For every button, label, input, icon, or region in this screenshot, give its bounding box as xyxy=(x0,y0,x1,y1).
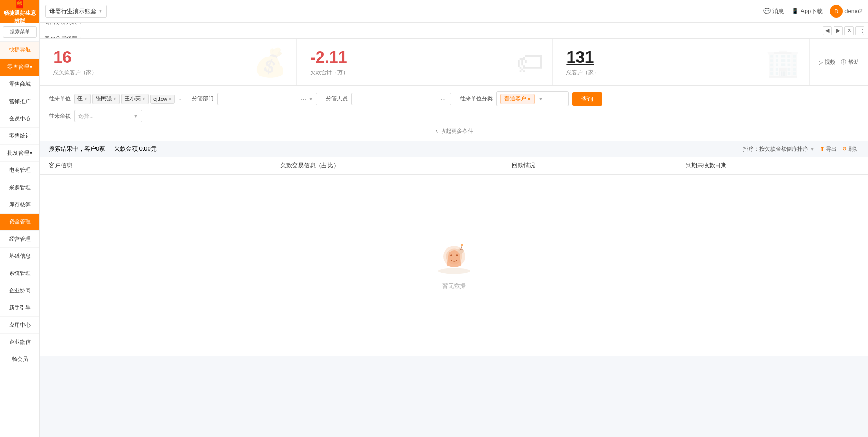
balance-select[interactable]: 选择... ▼ xyxy=(74,110,142,122)
tab-close-all-btn[interactable]: ✕ xyxy=(844,26,854,35)
help-icon: ⓘ xyxy=(841,58,846,66)
user-profile[interactable]: D demo2 xyxy=(830,5,863,18)
content-area: 16 总欠款客户（家） 💰 -2.11 欠款合计（万） 🏷 131 总客户（家）… xyxy=(40,39,868,437)
sidebar-item-quick-nav[interactable]: 快捷导航 xyxy=(0,42,39,59)
export-label: 导出 xyxy=(826,145,837,153)
filter-tag-close[interactable]: × xyxy=(113,96,116,102)
filter-tag: 陈民强 × xyxy=(92,94,120,104)
sidebar-item-system-mgmt[interactable]: 系统管理 xyxy=(0,265,39,282)
logo-icon: 🧧 xyxy=(14,0,25,9)
filter-more-btn[interactable]: ··· xyxy=(178,96,183,102)
main-area: 母婴行业演示账套 ▼ 💬 消息 📱 App下载 D demo2 首页客户账本×采… xyxy=(40,0,868,437)
sidebar-item-basic-info[interactable]: 基础信息 xyxy=(0,248,39,265)
search-menu-button[interactable]: 搜索菜单 xyxy=(3,26,37,38)
sort-select[interactable]: 排序：按欠款金额倒序排序 ▼ xyxy=(743,145,815,153)
stat-value-total: 131 xyxy=(566,48,796,67)
unit-type-tag-value: 普通客户 xyxy=(504,95,526,103)
col-due-date: 到期未收款日期 xyxy=(686,162,859,170)
message-icon: 💬 xyxy=(763,8,771,14)
unit-type-tag-close[interactable]: × xyxy=(528,96,531,102)
sidebar-search-section: 搜索菜单 xyxy=(0,23,39,42)
sidebar-item-app-center[interactable]: 应用中心 xyxy=(0,317,39,334)
topbar-right: 💬 消息 📱 App下载 D demo2 xyxy=(763,5,863,18)
col-customer-info: 客户信息 xyxy=(49,162,280,170)
filter-tag-close[interactable]: × xyxy=(84,96,87,102)
help-btn[interactable]: ⓘ 帮助 xyxy=(841,58,859,66)
collapse-label: 收起更多条件 xyxy=(441,128,473,135)
search-count: 搜索结果中，客户0家 xyxy=(49,145,105,152)
filter-tag-close[interactable]: × xyxy=(142,96,145,102)
results-bar: 搜索结果中，客户0家 欠款金额 0.00元 排序：按欠款金额倒序排序 ▼ ⬆ 导… xyxy=(40,141,868,157)
tab-customer-tier[interactable]: 客户分层经营× xyxy=(40,31,115,39)
avatar-text: D xyxy=(834,9,838,14)
topbar-left: 母婴行业演示账套 ▼ xyxy=(45,5,107,18)
app-title: 畅捷通好生意 xyxy=(4,10,36,17)
sidebar-item-ecommerce-mgmt[interactable]: 电商管理 xyxy=(0,162,39,179)
sidebar-item-retail-stats[interactable]: 零售统计 xyxy=(0,128,39,145)
sidebar-item-finance-mgmt[interactable]: 资金管理 xyxy=(0,214,39,231)
refresh-icon: ↺ xyxy=(842,146,847,152)
sidebar-item-purchase-mgmt[interactable]: 采购管理 xyxy=(0,179,39,196)
download-icon: 📱 xyxy=(791,8,799,14)
query-button[interactable]: 查询 xyxy=(572,92,602,106)
tab-close-product-analysis-list[interactable]: × xyxy=(79,23,83,25)
filter-tag-close[interactable]: × xyxy=(168,96,172,102)
unit-type-select[interactable]: 普通客户 × ▼ xyxy=(496,91,569,106)
filter-tag: cjttcw × xyxy=(150,95,175,104)
avatar: D xyxy=(830,5,843,18)
empty-text: 暂无数据 xyxy=(442,282,466,290)
dept-select[interactable]: ··· ▼ xyxy=(217,93,317,105)
refresh-btn[interactable]: ↺ 刷新 xyxy=(842,145,859,153)
sidebar-item-member[interactable]: 畅会员 xyxy=(0,351,39,368)
video-icon: ▷ xyxy=(819,59,823,66)
tab-label-product-analysis-list: 商品分析列表 xyxy=(44,23,77,26)
svg-point-7 xyxy=(461,244,463,246)
sidebar-item-marketing[interactable]: 营销推广 xyxy=(0,93,39,110)
sidebar-item-member-center[interactable]: 会员中心 xyxy=(0,110,39,128)
account-selector-label: 母婴行业演示账套 xyxy=(49,7,96,15)
message-label: 消息 xyxy=(772,7,784,15)
sidebar-logo: 🧧 畅捷通好生意 标版 xyxy=(0,0,39,23)
svg-point-0 xyxy=(438,268,470,274)
export-btn[interactable]: ⬆ 导出 xyxy=(820,145,837,153)
app-download-label: App下载 xyxy=(801,7,823,15)
col-debt-info: 欠款交易信息（占比） xyxy=(280,162,512,170)
tab-prev-btn[interactable]: ◀ xyxy=(823,26,832,35)
stat-value-debt: -2.11 xyxy=(310,48,539,67)
filter-tag: 伍 × xyxy=(74,94,91,104)
dept-dots: ··· xyxy=(301,95,307,103)
table-area: 客户信息 欠款交易信息（占比） 回款情况 到期未收款日期 xyxy=(40,157,868,356)
sidebar-item-enterprise-collab[interactable]: 企业协同 xyxy=(0,282,39,299)
video-btn[interactable]: ▷ 视频 xyxy=(819,58,835,66)
account-selector[interactable]: 母婴行业演示账套 ▼ xyxy=(45,5,107,18)
sidebar-item-retail-mgmt[interactable]: 零售管理▾ xyxy=(0,59,39,76)
topbar: 母婴行业演示账套 ▼ 💬 消息 📱 App下载 D demo2 xyxy=(40,0,868,23)
sidebar-item-new-guide[interactable]: 新手引导 xyxy=(0,299,39,317)
unit-type-filter-label: 往来单位分类 xyxy=(460,95,493,103)
sidebar-item-enterprise-wechat[interactable]: 企业微信 xyxy=(0,334,39,351)
collapse-btn[interactable]: ∧ 收起更多条件 xyxy=(49,126,859,135)
stat-card-total: 131 总客户（家） 🏢 xyxy=(553,39,810,86)
filter-area: 往来单位 伍 ×陈民强 ×王小亮 ×cjttcw × ··· 分管部门 ··· … xyxy=(40,86,868,141)
person-select[interactable]: ··· xyxy=(351,93,451,105)
person-dots: ··· xyxy=(441,95,447,103)
tab-product-analysis-list[interactable]: 商品分析列表× xyxy=(40,23,115,31)
message-btn[interactable]: 💬 消息 xyxy=(763,7,784,15)
sidebar-item-inventory-check[interactable]: 库存核算 xyxy=(0,196,39,214)
unit-type-chevron-icon: ▼ xyxy=(538,96,543,101)
tab-next-btn[interactable]: ▶ xyxy=(834,26,843,35)
sidebar-item-business-mgmt[interactable]: 经营管理 xyxy=(0,231,39,248)
balance-filter-label: 往来余额 xyxy=(49,112,71,120)
unit-type-tag: 普通客户 × xyxy=(500,94,535,104)
stat-bg-icon-debt: 🏷 xyxy=(516,47,543,78)
app-download-btn[interactable]: 📱 App下载 xyxy=(791,7,823,15)
sidebar-item-retail-mall[interactable]: 零售商城 xyxy=(0,76,39,93)
sidebar-item-wholesale-mgmt[interactable]: 批发管理▾ xyxy=(0,145,39,162)
debt-amount: 欠款金额 0.00元 xyxy=(114,145,157,152)
table-header: 客户信息 欠款交易信息（占比） 回款情况 到期未收款日期 xyxy=(40,157,868,175)
stat-label-total: 总客户（家） xyxy=(566,69,796,76)
col-payment: 回款情况 xyxy=(512,162,685,170)
tab-fullscreen-btn[interactable]: ⛶ xyxy=(855,26,864,35)
export-icon: ⬆ xyxy=(820,146,825,152)
filter-row-1: 往来单位 伍 ×陈民强 ×王小亮 ×cjttcw × ··· 分管部门 ··· … xyxy=(49,91,859,106)
